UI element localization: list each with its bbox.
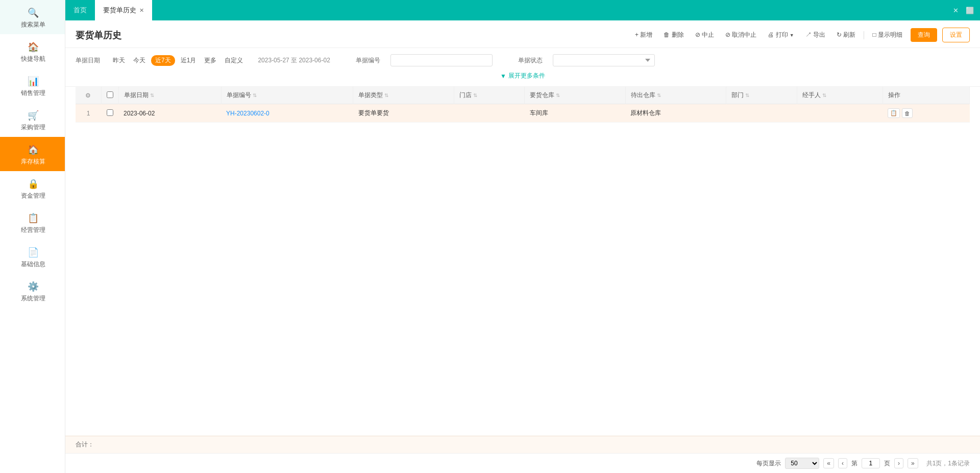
export-button[interactable]: ↗ 导出 (802, 29, 828, 41)
sidebar-item-purchase-mgmt[interactable]: 🛒 采购管理 (0, 103, 65, 137)
quick-nav-icon: 🏠 (28, 41, 39, 53)
row-delete-button[interactable]: 🗑 (902, 108, 913, 118)
total-info: 共1页，1条记录 (926, 459, 970, 468)
inventory-icon: 🏠 (28, 144, 39, 155)
sidebar-item-finance-mgmt[interactable]: 🔒 资金管理 (0, 171, 65, 205)
date-btn-custom[interactable]: 自定义 (222, 55, 246, 66)
doc-number-input[interactable] (390, 54, 493, 66)
prev-page-button[interactable]: ‹ (838, 458, 847, 468)
tab-close-icon[interactable]: ✕ (139, 7, 144, 14)
first-page-button[interactable]: « (823, 458, 834, 468)
cell-doc-date: 2023-06-02 (118, 104, 221, 123)
cell-checkbox[interactable] (101, 104, 118, 123)
sidebar-item-operations-mgmt[interactable]: 📋 经营管理 (0, 205, 65, 240)
close-window-icon[interactable]: ✕ (953, 7, 959, 14)
cell-store (454, 104, 524, 123)
query-button[interactable]: 查询 (911, 28, 937, 42)
page-title: 要货单历史 (76, 29, 121, 41)
col-handler[interactable]: 经手人⇅ (797, 87, 883, 104)
cell-req-warehouse: 车间库 (525, 104, 626, 123)
purchase-mgmt-icon: 🛒 (28, 110, 39, 121)
cancel-stop-button[interactable]: ⊘ 取消中止 (722, 29, 760, 41)
last-page-button[interactable]: » (908, 458, 918, 468)
print-button[interactable]: 🖨 打印 ▼ (765, 29, 797, 41)
search-menu-icon: 🔍 (28, 7, 39, 18)
sidebar-item-label-operations-mgmt: 经营管理 (21, 226, 45, 234)
sidebar-item-label-system-mgmt: 系统管理 (21, 294, 45, 303)
pagination: 每页显示 20 50 100 « ‹ 第 页 › » 共1页，1条记录 (65, 453, 980, 473)
sidebar-item-label-inventory: 库存核算 (21, 157, 45, 166)
system-mgmt-icon: ⚙️ (28, 281, 39, 292)
cell-index: 1 (76, 104, 101, 123)
sidebar-item-inventory[interactable]: 🏠 库存核算 (0, 137, 65, 171)
settings-button[interactable]: 设置 (942, 28, 970, 42)
column-settings-icon[interactable]: ⚙ (85, 92, 91, 99)
date-btn-7days[interactable]: 近7天 (151, 55, 175, 66)
sort-doc-number-icon: ⇅ (253, 92, 257, 98)
col-doc-number[interactable]: 单据编号⇅ (221, 87, 353, 104)
row-edit-button[interactable]: 📋 (888, 108, 900, 118)
filter-area: 单据日期 昨天 今天 近7天 近1月 更多 自定义 2023-05-27 至 2… (65, 48, 980, 87)
date-btn-today[interactable]: 今天 (131, 55, 148, 66)
operations-mgmt-icon: 📋 (28, 212, 39, 224)
sort-doc-type-icon: ⇅ (384, 92, 388, 98)
page-header: 要货单历史 + 新增 🗑 删除 ⊘ 中止 ⊘ 取消中止 🖨 打印 ▼ (65, 20, 980, 48)
next-page-button[interactable]: › (894, 458, 903, 468)
data-table: ⚙ 单据日期⇅ 单据编号⇅ 单据类型⇅ (76, 87, 970, 123)
sidebar-item-quick-nav[interactable]: 🏠 快捷导航 (0, 34, 65, 68)
col-checkbox (101, 87, 118, 104)
table-body: 1 2023-06-02 YH-20230602-0 要货单要货 车间库 原材料… (76, 104, 970, 123)
col-store[interactable]: 门店⇅ (454, 87, 524, 104)
sort-handler-icon: ⇅ (822, 92, 826, 98)
cell-department (726, 104, 797, 123)
date-btn-1month[interactable]: 近1月 (178, 55, 199, 66)
cell-doc-type: 要货单要货 (353, 104, 454, 123)
sidebar-item-system-mgmt[interactable]: ⚙️ 系统管理 (0, 274, 65, 308)
expand-more-btn[interactable]: ▼ 展开更多条件 (76, 69, 970, 82)
col-pending-warehouse[interactable]: 待出仓库⇅ (625, 87, 726, 104)
finance-mgmt-icon: 🔒 (28, 178, 39, 190)
page-number-input[interactable] (862, 458, 880, 468)
col-req-warehouse[interactable]: 要货仓库⇅ (525, 87, 626, 104)
col-settings[interactable]: ⚙ (76, 87, 101, 104)
select-all-checkbox[interactable] (107, 91, 113, 98)
date-btn-more[interactable]: 更多 (202, 55, 219, 66)
stop-button[interactable]: ⊘ 中止 (692, 29, 717, 41)
page-unit: 页 (884, 459, 890, 468)
sidebar-item-label-quick-nav: 快捷导航 (21, 55, 45, 63)
sidebar-item-label-purchase-mgmt: 采购管理 (21, 123, 45, 132)
top-nav-right: ✕ ⬜ (953, 7, 980, 14)
sidebar-item-basic-info[interactable]: 📄 基础信息 (0, 240, 65, 274)
col-doc-date[interactable]: 单据日期⇅ (118, 87, 221, 104)
doc-status-select[interactable] (553, 54, 655, 66)
refresh-button[interactable]: ↻ 刷新 (834, 29, 859, 41)
tab-requisition-history[interactable]: 要货单历史 ✕ (95, 0, 152, 20)
top-nav: 首页 要货单历史 ✕ ✕ ⬜ (65, 0, 980, 20)
col-department[interactable]: 部门⇅ (726, 87, 797, 104)
doc-date-label: 单据日期 (76, 56, 100, 65)
col-doc-type[interactable]: 单据类型⇅ (353, 87, 454, 104)
sidebar-item-label-finance-mgmt: 资金管理 (21, 192, 45, 200)
maximize-window-icon[interactable]: ⬜ (966, 7, 974, 14)
toolbar-divider (864, 31, 864, 39)
table-row: 1 2023-06-02 YH-20230602-0 要货单要货 车间库 原材料… (76, 104, 970, 123)
sidebar-item-search-menu[interactable]: 🔍 搜索菜单 (0, 0, 65, 34)
new-button[interactable]: + 新增 (632, 29, 655, 41)
date-btn-yesterday[interactable]: 昨天 (110, 55, 128, 66)
basic-info-icon: 📄 (28, 247, 39, 258)
filter-row-1: 单据日期 昨天 今天 近7天 近1月 更多 自定义 2023-05-27 至 2… (76, 54, 970, 66)
delete-button[interactable]: 🗑 删除 (660, 29, 687, 41)
sort-pending-warehouse-icon: ⇅ (657, 92, 661, 98)
sort-req-warehouse-icon: ⇅ (556, 92, 560, 98)
table-container: ⚙ 单据日期⇅ 单据编号⇅ 单据类型⇅ (65, 87, 980, 436)
sidebar-item-label-search-menu: 搜索菜单 (21, 20, 45, 29)
toolbar: + 新增 🗑 删除 ⊘ 中止 ⊘ 取消中止 🖨 打印 ▼ ↗ 导出 (632, 28, 970, 42)
tab-home[interactable]: 首页 (65, 0, 95, 20)
sidebar-item-label-basic-info: 基础信息 (21, 260, 45, 269)
sidebar-item-sales-mgmt[interactable]: 📊 销售管理 (0, 68, 65, 103)
doc-status-label: 单据状态 (518, 56, 543, 65)
cell-doc-number[interactable]: YH-20230602-0 (221, 104, 353, 123)
display-detail-button[interactable]: □ 显示明细 (869, 29, 905, 41)
page-size-select[interactable]: 20 50 100 (785, 458, 819, 469)
total-label: 合计： (76, 440, 94, 449)
